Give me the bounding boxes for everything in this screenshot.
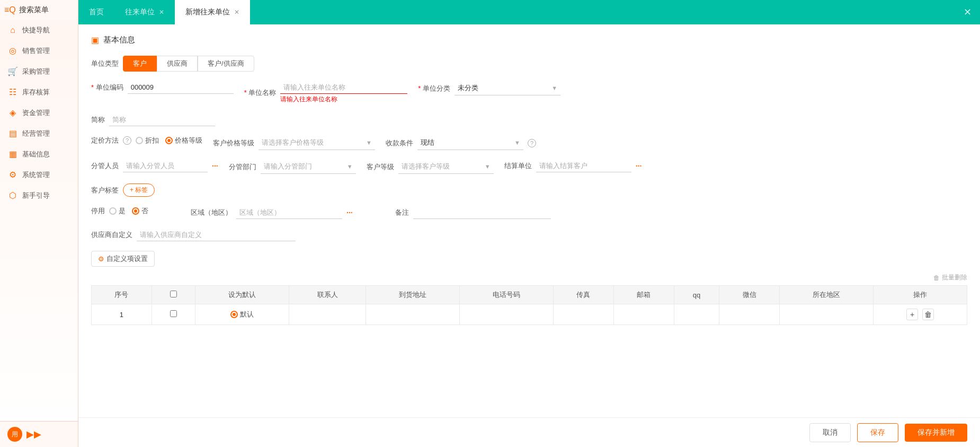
pricing-radio-group: 折扣 价格等级 xyxy=(136,136,202,145)
customer-price-level-select[interactable]: 请选择客户价格等级 ▼ xyxy=(259,136,375,150)
sidebar-label-guide: 新手引导 xyxy=(22,191,50,200)
settlement-unit-more-btn[interactable]: ··· xyxy=(636,162,642,170)
sidebar-item-guide[interactable]: ⬡ 新手引导 xyxy=(0,185,78,206)
batch-delete-btn[interactable]: 🗑 批量删除 xyxy=(933,273,967,282)
remark-input[interactable] xyxy=(413,206,551,219)
td-region xyxy=(780,304,874,325)
td-phone xyxy=(460,304,554,325)
settlement-unit-field: 结算单位 ··· xyxy=(504,160,642,172)
tab-add-partner-close[interactable]: ✕ xyxy=(234,8,239,16)
unit-code-label: 单位编码 xyxy=(91,83,123,92)
sidebar-item-basic[interactable]: ▦ 基础信息 xyxy=(0,144,78,164)
sidebar-footer: 用 ▶▶ xyxy=(0,421,78,447)
th-fax: 传真 xyxy=(553,286,613,304)
region-more-btn[interactable]: ··· xyxy=(346,208,353,217)
add-tag-btn[interactable]: + 标签 xyxy=(123,183,155,197)
cancel-button[interactable]: 取消 xyxy=(809,423,851,442)
settlement-unit-input[interactable] xyxy=(536,160,631,172)
row-checkbox[interactable] xyxy=(170,310,177,317)
select-all-checkbox[interactable] xyxy=(170,291,177,297)
pricing-method-label: 定价方法 xyxy=(91,136,119,145)
sidebar-label-quick-nav: 快捷导航 xyxy=(22,25,50,35)
remark-field: 备注 xyxy=(395,206,551,219)
type-btn-customer[interactable]: 客户 xyxy=(123,56,157,72)
type-btn-both[interactable]: 客户/供应商 xyxy=(198,56,254,72)
unit-category-select[interactable]: 未分类 ▼ xyxy=(455,81,560,95)
tab-add-partner[interactable]: 新增往来单位 ✕ xyxy=(175,0,250,24)
unit-name-input[interactable] xyxy=(280,81,407,94)
custom-settings-btn[interactable]: ⚙ 自定义项设置 xyxy=(91,251,155,267)
payment-terms-help-icon[interactable]: ? xyxy=(528,139,536,147)
region-input[interactable] xyxy=(236,206,342,219)
row-default-radio[interactable]: 默认 xyxy=(201,310,283,319)
pricing-help-icon[interactable]: ? xyxy=(123,136,131,145)
tab-bar: 首页 往来单位 ✕ 新增往来单位 ✕ ✕ xyxy=(78,0,980,24)
payment-terms-arrow-icon: ▼ xyxy=(514,139,520,146)
remark-label: 备注 xyxy=(395,208,409,217)
disable-no-dot xyxy=(134,209,137,213)
section-icon: ▣ xyxy=(91,35,99,45)
search-menu[interactable]: ≡Q 搜索菜单 xyxy=(0,0,78,20)
row-add-btn[interactable]: + xyxy=(906,309,918,320)
th-actions: 操作 xyxy=(874,286,967,304)
pricing-radio-level-label: 价格等级 xyxy=(175,136,202,145)
save-button[interactable]: 保存 xyxy=(857,423,898,442)
abbr-label: 简称 xyxy=(91,115,105,125)
pricing-radio-level[interactable]: 价格等级 xyxy=(165,136,202,145)
tab-partner-list[interactable]: 往来单位 ✕ xyxy=(114,0,175,24)
th-region: 所在地区 xyxy=(780,286,874,304)
unit-type-row: 单位类型 客户 供应商 客户/供应商 xyxy=(91,56,967,72)
disable-label: 停用 xyxy=(91,206,105,216)
tab-home[interactable]: 首页 xyxy=(78,0,114,24)
row-delete-btn[interactable]: 🗑 xyxy=(922,309,934,320)
region-label: 区域（地区） xyxy=(191,208,232,217)
customer-level-select[interactable]: 请选择客户等级 ▼ xyxy=(398,160,494,174)
sidebar-item-sales[interactable]: ◎ 销售管理 xyxy=(0,40,78,61)
gear-icon: ⚙ xyxy=(98,255,104,263)
avatar: 用 xyxy=(7,427,22,442)
disable-radio-yes[interactable]: 是 xyxy=(109,206,126,216)
supplier-custom-input[interactable] xyxy=(137,229,296,241)
table-row: 1 默认 xyxy=(92,304,967,325)
abbr-input[interactable] xyxy=(109,113,215,126)
customer-level-field: 客户等级 请选择客户等级 ▼ xyxy=(367,160,494,174)
manager-more-btn[interactable]: ··· xyxy=(212,162,218,170)
sidebar-item-operation[interactable]: ▤ 经营管理 xyxy=(0,123,78,144)
dept-select[interactable]: 请输入分管部门 ▼ xyxy=(261,160,356,174)
th-phone: 电话号码 xyxy=(460,286,554,304)
tab-bar-close-all[interactable]: ✕ xyxy=(955,6,980,18)
td-seq: 1 xyxy=(92,304,152,325)
section-title: 基本信息 xyxy=(103,35,135,45)
type-btn-supplier[interactable]: 供应商 xyxy=(157,56,198,72)
section-header: ▣ 基本信息 xyxy=(91,35,967,45)
save-new-button[interactable]: 保存并新增 xyxy=(905,424,967,442)
tab-home-label: 首页 xyxy=(89,7,104,17)
sidebar-item-inventory[interactable]: ☷ 库存核算 xyxy=(0,82,78,102)
home-icon: ⌂ xyxy=(7,25,18,35)
manager-input[interactable] xyxy=(123,160,208,172)
disable-no-circle xyxy=(132,207,139,215)
sidebar-label-system: 系统管理 xyxy=(22,170,50,180)
operation-icon: ▤ xyxy=(7,128,18,138)
code-name-category-row: 单位编码 单位名称 请输入往来单位名称 单位分类 未分类 ▼ xyxy=(91,81,967,104)
customer-tag-row: 客户标签 + 标签 xyxy=(91,183,967,197)
sidebar-item-system[interactable]: ⚙ 系统管理 xyxy=(0,164,78,185)
sales-icon: ◎ xyxy=(7,46,18,56)
sidebar-expand-icon[interactable]: ▶▶ xyxy=(26,428,41,440)
sidebar-item-purchase[interactable]: 🛒 采购管理 xyxy=(0,61,78,82)
supplier-custom-field: 供应商自定义 xyxy=(91,229,296,241)
unit-code-input[interactable] xyxy=(128,81,234,94)
row-default-circle xyxy=(230,311,238,318)
disable-region-row: 停用 是 否 区域（地区） ··· xyxy=(91,206,967,219)
pricing-radio-discount[interactable]: 折扣 xyxy=(136,136,159,145)
disable-radio-no[interactable]: 否 xyxy=(132,206,148,216)
system-icon: ⚙ xyxy=(7,170,18,180)
sidebar-label-sales: 销售管理 xyxy=(22,46,50,56)
sidebar-item-finance[interactable]: ◈ 资金管理 xyxy=(0,102,78,123)
abbr-field: 简称 xyxy=(91,113,215,126)
tab-partner-list-close[interactable]: ✕ xyxy=(159,8,164,16)
pricing-radio-level-dot xyxy=(167,139,171,142)
basic-icon: ▦ xyxy=(7,149,18,159)
payment-terms-select[interactable]: 现结 ▼ xyxy=(417,136,523,150)
sidebar-item-quick-nav[interactable]: ⌂ 快捷导航 xyxy=(0,20,78,40)
